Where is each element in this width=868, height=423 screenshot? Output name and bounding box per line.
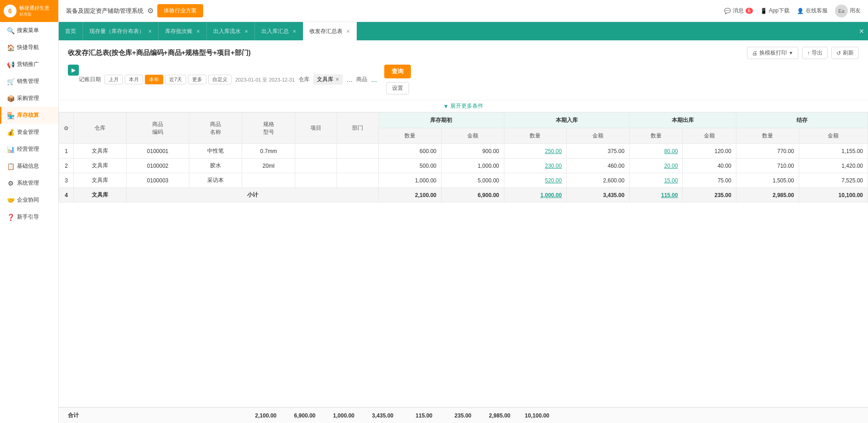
subtotal-out-qty[interactable]: 115.00 <box>629 188 683 203</box>
more-btn[interactable]: 更多 <box>188 75 206 84</box>
tab-close-inout_summary[interactable]: ✕ <box>293 29 296 34</box>
row-in-qty[interactable]: 230.00 <box>504 159 567 173</box>
try-industry-button[interactable]: 体验行业方案 <box>157 4 203 17</box>
name-col-header: 商品名称 <box>189 113 242 144</box>
row-code: 0100003 <box>127 173 189 188</box>
tab-inout_summary[interactable]: 出入库汇总✕ <box>255 22 303 40</box>
settings-col-header[interactable]: ⚙ <box>59 113 74 144</box>
warehouse-tag: 文具库 ✕ <box>313 74 343 85</box>
tab-home[interactable]: 首页 <box>59 22 83 40</box>
phone-icon: 📱 <box>760 8 767 14</box>
enterprise-icon: 🤝 <box>7 197 14 204</box>
sidebar-logo: 6 畅捷通好生意 标准版 <box>0 0 58 22</box>
project-col-header: 项目 <box>295 113 337 144</box>
this-month-btn[interactable]: 本月 <box>125 75 143 84</box>
product-filter-dots[interactable]: ... <box>371 76 377 84</box>
warehouse-filter-dots[interactable]: ... <box>347 76 353 84</box>
custom-btn[interactable]: 自定义 <box>208 75 232 84</box>
sidebar-item-system[interactable]: ⚙系统管理 <box>0 175 58 192</box>
sidebar-item-sales[interactable]: 🛒销售管理 <box>0 73 58 90</box>
settings-gear-icon[interactable]: ⚙ <box>147 6 154 15</box>
tab-label-recv_summary: 收发存汇总表 <box>310 27 343 35</box>
right-action-buttons: 查询 设置 <box>384 65 411 94</box>
row-out-qty[interactable]: 15.00 <box>629 173 683 188</box>
app-download-action[interactable]: 📱 App下载 <box>760 7 790 15</box>
row-open-qty: 600.00 <box>379 144 442 159</box>
row-code: 0100001 <box>127 144 189 159</box>
sidebar-item-finance[interactable]: 💰资金管理 <box>0 124 58 141</box>
sidebar-item-label-operations: 经营管理 <box>17 145 39 153</box>
code-col-header: 商品编码 <box>127 113 189 144</box>
sidebar-item-basic_info[interactable]: 📋基础信息 <box>0 158 58 175</box>
export-button[interactable]: ↑ 导出 <box>802 47 828 59</box>
basic_info-icon: 📋 <box>7 163 14 170</box>
subtotal-in-qty[interactable]: 1,000.00 <box>504 188 567 203</box>
messages-action[interactable]: 💬 消息 6 <box>724 7 753 15</box>
tab-close-inventory[interactable]: ✕ <box>148 29 152 34</box>
tab-close-batch[interactable]: ✕ <box>196 29 200 34</box>
sales-icon: 🛒 <box>7 78 14 85</box>
sidebar-item-search[interactable]: 🔍搜索菜单 <box>0 22 58 39</box>
sidebar-item-enterprise[interactable]: 🤝企业协同 <box>0 192 58 209</box>
sidebar-item-quick[interactable]: 🏠快捷导航 <box>0 39 58 56</box>
marketing_promo-icon: 📢 <box>7 61 14 68</box>
this-year-btn[interactable]: 本年 <box>145 75 163 84</box>
total-open-qty: 2,100.00 <box>242 412 281 419</box>
total-out-amt: 235.00 <box>437 412 476 419</box>
subtotal-warehouse: 文具库 <box>74 188 127 203</box>
total-in-amt: 3,435.00 <box>359 412 398 419</box>
sidebar-item-label-basic_info: 基础信息 <box>17 162 39 170</box>
row-name: 中性笔 <box>189 144 242 159</box>
sidebar-item-inventory_mgmt[interactable]: 🏪库存核算 <box>0 107 58 124</box>
warehouse-col-header: 仓库 <box>74 113 127 144</box>
set-button[interactable]: 设置 <box>386 82 409 94</box>
in-group-header: 本期入库 <box>504 113 629 128</box>
date-range: 2023-01-01 至 2023-12-31 <box>235 77 295 83</box>
close-all-tabs-icon[interactable]: ✕ <box>855 27 868 35</box>
inventory_mgmt-icon: 🏪 <box>7 112 14 119</box>
user-avatar: Ea <box>835 5 848 17</box>
row-spec: 20ml <box>242 159 295 173</box>
tab-inout_flow[interactable]: 出入库流水✕ <box>207 22 255 40</box>
last-7days-btn[interactable]: 近7天 <box>165 75 186 84</box>
print-button[interactable]: 🖨 换模板打印 ▼ <box>747 47 798 59</box>
online-service-action[interactable]: 👤 在线客服 <box>797 7 828 15</box>
spec-col-header: 规格型号 <box>242 113 295 144</box>
date-label: 记账日期 <box>79 76 101 83</box>
system-title: 装备及固定资产辅助管理系统 <box>66 7 144 15</box>
tab-recv_summary[interactable]: 收发存汇总表✕ <box>303 22 357 40</box>
open-amt-header: 金额 <box>441 128 504 144</box>
row-out-qty[interactable]: 20.00 <box>629 159 683 173</box>
row-out-qty[interactable]: 80.00 <box>629 144 683 159</box>
user-action[interactable]: Ea 用友 <box>835 5 861 17</box>
sidebar-item-purchase[interactable]: 📦采购管理 <box>0 90 58 107</box>
refresh-button[interactable]: ↺ 刷新 <box>831 47 859 59</box>
row-project <box>295 159 337 173</box>
row-in-qty[interactable]: 250.00 <box>504 144 567 159</box>
row-out-amt: 40.00 <box>683 159 736 173</box>
logo-icon: 6 <box>4 5 17 17</box>
row-in-amt: 2,600.00 <box>567 173 630 188</box>
row-in-qty[interactable]: 520.00 <box>504 173 567 188</box>
sidebar-item-newbie[interactable]: ❓新手引导 <box>0 209 58 225</box>
warehouse-tag-text: 文具库 <box>317 76 333 83</box>
page-actions: 🖨 换模板打印 ▼ ↑ 导出 ↺ 刷新 <box>747 47 859 59</box>
row-name: 采访本 <box>189 173 242 188</box>
sidebar-item-marketing_promo[interactable]: 📢营销推广 <box>0 56 58 73</box>
query-button[interactable]: 查询 <box>384 65 411 78</box>
tab-close-inout_flow[interactable]: ✕ <box>244 29 248 34</box>
expand-more-button[interactable]: ▼ 展开更多条件 <box>443 102 484 110</box>
filter-toggle-button[interactable]: ▶ <box>68 65 79 76</box>
sidebar-item-operations[interactable]: 📊经营管理 <box>0 141 58 158</box>
print-dropdown-icon: ▼ <box>789 50 793 55</box>
row-close-amt: 1,420.00 <box>799 159 868 173</box>
tab-inventory[interactable]: 现存量（库存分布表）✕ <box>83 22 159 40</box>
row-spec: 0.7mm <box>242 144 295 159</box>
warehouse-tag-close[interactable]: ✕ <box>335 77 339 82</box>
last-month-btn[interactable]: 上月 <box>105 75 123 84</box>
tab-close-recv_summary[interactable]: ✕ <box>346 29 350 34</box>
system-icon: ⚙ <box>7 180 14 187</box>
tab-batch[interactable]: 库存批次账✕ <box>159 22 207 40</box>
table-row: 3 文具库 0100003 采访本 1,000.00 5,000.00 520.… <box>59 173 868 188</box>
row-warehouse: 文具库 <box>74 144 127 159</box>
